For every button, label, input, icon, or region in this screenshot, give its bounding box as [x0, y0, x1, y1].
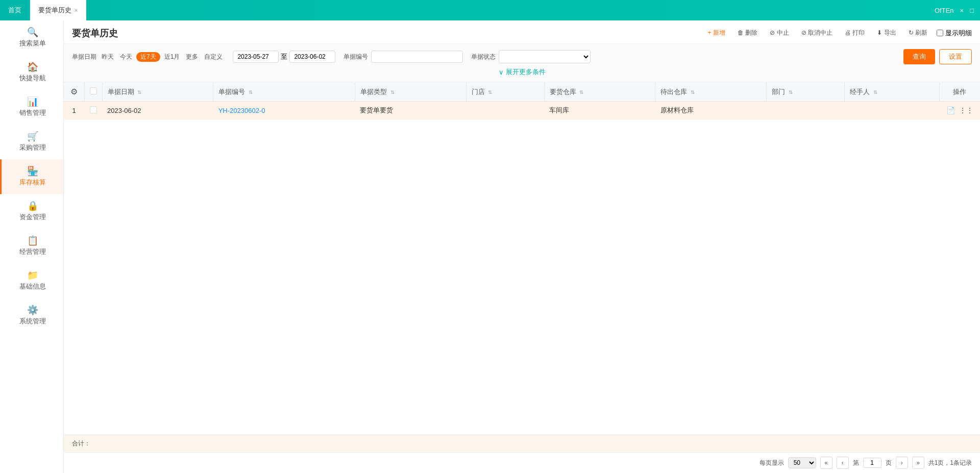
th-operation-label: 操作 — [953, 88, 966, 96]
more-icon[interactable]: ⋮⋮ — [959, 106, 973, 114]
sidebar-item-purchase-label: 采购管理 — [19, 143, 46, 152]
th-reqwarehouse-label: 要货仓库 — [550, 88, 576, 96]
tab-home-label: 首页 — [8, 6, 21, 15]
query-button[interactable]: 查询 — [903, 49, 935, 64]
show-detail-label[interactable]: 显示明细 — [937, 29, 972, 38]
date-btn-more[interactable]: 更多 — [184, 52, 200, 62]
sort-icon-doctype: ⇅ — [390, 89, 395, 95]
date-btn-yesterday[interactable]: 昨天 — [100, 52, 116, 62]
date-btn-1month[interactable]: 近1月 — [162, 52, 182, 62]
row-checkbox[interactable] — [90, 106, 97, 113]
cancel-stop-button[interactable]: ⊘ 取消中止 — [798, 27, 836, 39]
system-icon: ⚙️ — [27, 305, 38, 315]
sort-icon-reqwarehouse: ⇅ — [579, 89, 583, 95]
delete-button[interactable]: 🗑 删除 — [734, 27, 761, 39]
sidebar-item-sales[interactable]: 📊 销售管理 — [0, 90, 63, 125]
date-end-input[interactable] — [289, 51, 335, 63]
sidebar-item-finance-label: 资金管理 — [19, 212, 46, 222]
sort-icon-docdate: ⇅ — [137, 89, 141, 95]
finance-icon: 🔒 — [27, 201, 38, 210]
th-store-label: 门店 — [472, 88, 485, 96]
th-settings[interactable]: ⚙ — [64, 82, 84, 102]
header-checkbox[interactable] — [90, 87, 97, 94]
show-detail-checkbox[interactable] — [937, 30, 943, 36]
tab-history-label: 要货单历史 — [38, 6, 71, 15]
filter-row-1: 单据日期 昨天 今天 近7天 近1月 更多 自定义 至 — [72, 49, 972, 64]
page-header: 要货单历史 + 新增 🗑 删除 ⊘ 中止 ⊘ 取消中止 🖨 打印 ⬇ 导出 ↻ … — [64, 20, 980, 44]
filter-docnum-label: 单据编号 — [344, 53, 368, 61]
row-handler — [845, 102, 939, 120]
settings-button[interactable]: 设置 — [939, 49, 972, 64]
th-handler[interactable]: 经手人 ⇅ — [845, 82, 939, 102]
top-bar: 首页 要货单历史 × OfTEn × □ — [0, 0, 980, 20]
row-docdate: 2023-06-02 — [102, 102, 213, 120]
th-docnum[interactable]: 单据编号 ⇅ — [213, 82, 355, 102]
th-docdate[interactable]: 单据日期 ⇅ — [102, 82, 213, 102]
edit-icon[interactable]: 📄 — [946, 106, 955, 114]
settings-gear-icon[interactable]: ⚙ — [70, 87, 78, 96]
close-icon[interactable]: × — [75, 7, 78, 13]
sidebar-item-purchase[interactable]: 🛒 采购管理 — [0, 125, 63, 159]
row-doctype: 要货单要货 — [355, 102, 466, 120]
sidebar-item-basic[interactable]: 📁 基础信息 — [0, 264, 63, 298]
total-info: 共1页，1条记录 — [928, 459, 972, 467]
filter-docstatus-select[interactable] — [499, 50, 591, 63]
stop-button[interactable]: ⊘ 中止 — [767, 27, 792, 39]
sidebar-item-inventory-label: 库存核算 — [19, 178, 46, 187]
next-page-button[interactable]: › — [896, 457, 908, 469]
export-button[interactable]: ⬇ 导出 — [874, 27, 899, 39]
page-input[interactable] — [863, 458, 881, 468]
action-icons: 📄 ⋮⋮ — [944, 106, 975, 114]
show-detail-text: 显示明细 — [945, 29, 972, 38]
top-bar-right: OfTEn × □ — [935, 7, 980, 14]
th-department[interactable]: 部门 ⇅ — [766, 82, 844, 102]
per-page-select[interactable]: 50 100 — [788, 457, 816, 468]
filter-buttons: 查询 设置 — [903, 49, 972, 64]
row-docnum[interactable]: YH-20230602-0 — [213, 102, 355, 120]
main-layout: 🔍 搜索菜单 🏠 快捷导航 📊 销售管理 🛒 采购管理 🏪 库存核算 🔒 资金管… — [0, 20, 980, 473]
sidebar-item-operations[interactable]: 📋 经营管理 — [0, 229, 63, 264]
filter-docnum-input[interactable] — [371, 51, 463, 63]
th-check[interactable] — [84, 82, 102, 102]
inventory-icon: 🏪 — [27, 167, 38, 176]
sidebar-item-basic-label: 基础信息 — [19, 282, 46, 291]
expand-more-button[interactable]: ∨ 展开更多条件 — [72, 67, 972, 77]
date-btn-today[interactable]: 今天 — [118, 52, 134, 62]
sidebar-item-inventory[interactable]: 🏪 库存核算 — [0, 159, 63, 194]
sidebar-item-quicknav[interactable]: 🏠 快捷导航 — [0, 55, 63, 90]
print-button[interactable]: 🖨 打印 — [842, 27, 868, 39]
th-handler-label: 经手人 — [850, 88, 870, 96]
date-btn-custom[interactable]: 自定义 — [202, 52, 225, 62]
th-pendingwarehouse[interactable]: 待出仓库 ⇅ — [655, 82, 767, 102]
window-close-icon[interactable]: × — [960, 7, 964, 14]
row-docnum-link[interactable]: YH-20230602-0 — [218, 107, 265, 114]
th-reqwarehouse[interactable]: 要货仓库 ⇅ — [544, 82, 655, 102]
sidebar-item-finance[interactable]: 🔒 资金管理 — [0, 194, 63, 229]
content-area: 要货单历史 + 新增 🗑 删除 ⊘ 中止 ⊘ 取消中止 🖨 打印 ⬇ 导出 ↻ … — [64, 20, 980, 473]
sales-icon: 📊 — [27, 97, 38, 106]
row-pendingwarehouse: 原材料仓库 — [655, 102, 767, 120]
filter-docnum-item: 单据编号 — [344, 51, 463, 63]
pagination: 每页显示 50 100 « ‹ 第 页 › » 共1页，1条记录 — [64, 452, 980, 473]
first-page-button[interactable]: « — [820, 457, 832, 469]
th-doctype-label: 单据类型 — [360, 88, 387, 96]
date-start-input[interactable] — [233, 51, 279, 63]
sort-icon-handler: ⇅ — [873, 89, 877, 95]
refresh-button[interactable]: ↻ 刷新 — [905, 27, 930, 39]
tab-history[interactable]: 要货单历史 × — [30, 0, 86, 20]
new-button[interactable]: + 新增 — [705, 27, 728, 39]
window-minimize-icon[interactable]: □ — [970, 7, 974, 14]
sidebar-item-system[interactable]: ⚙️ 系统管理 — [0, 298, 63, 333]
search-icon: 🔍 — [27, 28, 38, 37]
last-page-button[interactable]: » — [912, 457, 924, 469]
date-btn-7days[interactable]: 近7天 — [136, 52, 160, 62]
th-doctype[interactable]: 单据类型 ⇅ — [355, 82, 466, 102]
tab-home[interactable]: 首页 — [0, 0, 30, 20]
row-check[interactable] — [84, 102, 102, 120]
row-store — [466, 102, 544, 120]
th-store[interactable]: 门店 ⇅ — [466, 82, 544, 102]
sidebar-item-search[interactable]: 🔍 搜索菜单 — [0, 20, 63, 55]
sidebar-item-quicknav-label: 快捷导航 — [19, 74, 46, 83]
sidebar-item-search-label: 搜索菜单 — [19, 39, 46, 48]
prev-page-button[interactable]: ‹ — [837, 457, 849, 469]
